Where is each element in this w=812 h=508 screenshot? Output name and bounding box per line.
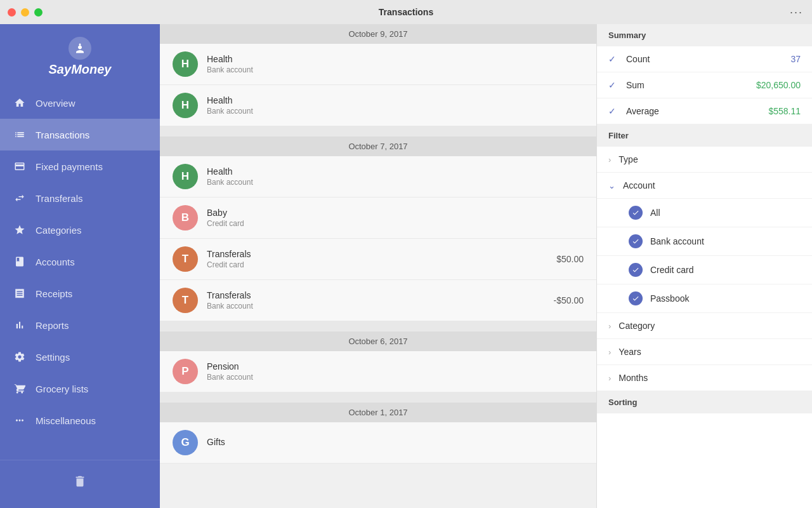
chevron-down-icon: ⌄ <box>608 181 615 190</box>
transaction-name: Health <box>207 166 584 177</box>
receipt-icon <box>13 286 27 300</box>
check-icon: ✓ <box>608 80 619 90</box>
sidebar-item-accounts[interactable]: Accounts <box>0 246 160 277</box>
sidebar-nav: Overview Transactions Fixed payments Tra… <box>0 87 160 460</box>
filter-type-row[interactable]: › Type <box>597 147 812 173</box>
account-label-bank: Bank account <box>650 236 704 246</box>
check-icon: ✓ <box>608 106 619 116</box>
transaction-account: Credit card <box>207 219 584 228</box>
date-group-oct6: October 6, 2017 P Pension Bank account <box>160 331 596 392</box>
group-spacer <box>160 321 596 331</box>
sidebar-item-overview[interactable]: Overview <box>0 87 160 119</box>
close-button[interactable] <box>8 8 16 17</box>
account-item-bank[interactable]: Bank account <box>597 227 812 256</box>
summary-avg-label: Average <box>626 106 761 116</box>
avatar: H <box>173 51 198 77</box>
transaction-details: Gifts <box>207 437 584 448</box>
transaction-item[interactable]: H Health Bank account <box>160 85 596 126</box>
transaction-item[interactable]: P Pension Bank account <box>160 351 596 392</box>
avatar: H <box>173 93 198 118</box>
avatar: P <box>173 359 198 384</box>
transaction-item[interactable]: T Transferals Credit card $50.00 <box>160 239 596 280</box>
filter-category-row[interactable]: › Category <box>597 313 812 339</box>
summary-count-value: 37 <box>790 54 801 64</box>
filter-account-row[interactable]: ⌄ Account <box>597 173 812 199</box>
account-label-all: All <box>650 208 660 218</box>
transaction-details: Health Bank account <box>207 54 584 74</box>
date-group-oct9: October 9, 2017 H Health Bank account H … <box>160 24 596 126</box>
summary-sum-value: $20,650.00 <box>756 80 801 90</box>
account-item-all[interactable]: All <box>597 199 812 227</box>
trash-area[interactable] <box>0 467 160 499</box>
cart-icon <box>13 382 27 396</box>
transaction-name: Transferals <box>207 249 547 259</box>
logo-text: SayMoney <box>49 62 112 77</box>
sidebar-label-transactions: Transactions <box>36 130 89 140</box>
chevron-right-icon: › <box>608 347 611 357</box>
summary-header: Summary <box>597 24 812 46</box>
titlebar: Transactions ··· <box>0 0 812 24</box>
maximize-button[interactable] <box>34 8 43 17</box>
book-icon <box>13 255 27 269</box>
account-item-passbook[interactable]: Passbook <box>597 284 812 313</box>
filter-years-row[interactable]: › Years <box>597 339 812 365</box>
sidebar-logo: SayMoney <box>0 24 160 87</box>
filter-months-label: Months <box>619 373 801 383</box>
home-icon <box>13 96 27 110</box>
chevron-right-icon: › <box>608 321 611 331</box>
date-header: October 6, 2017 <box>160 331 596 351</box>
transaction-details: Health Bank account <box>207 166 584 187</box>
transaction-account: Credit card <box>207 260 547 269</box>
more-icon <box>13 413 27 427</box>
sidebar-item-transferals[interactable]: Transferals <box>0 182 160 214</box>
transaction-account: Bank account <box>207 178 584 187</box>
avatar: B <box>173 205 198 231</box>
star-icon <box>13 223 27 237</box>
list-icon <box>13 128 27 142</box>
sidebar-item-transactions[interactable]: Transactions <box>0 119 160 150</box>
chevron-right-icon: › <box>608 155 611 164</box>
sidebar-item-reports[interactable]: Reports <box>0 309 160 341</box>
filter-months-row[interactable]: › Months <box>597 365 812 391</box>
sidebar-label-fixed-payments: Fixed payments <box>36 161 103 172</box>
sidebar-item-receipts[interactable]: Receipts <box>0 277 160 309</box>
credit-card-icon <box>13 159 27 173</box>
sidebar-bottom <box>0 460 160 508</box>
transaction-item[interactable]: H Health Bank account <box>160 156 596 197</box>
check-circle-bank <box>629 234 643 248</box>
transaction-item[interactable]: H Health Bank account <box>160 44 596 85</box>
sidebar-item-categories[interactable]: Categories <box>0 214 160 246</box>
sidebar-label-receipts: Receipts <box>36 288 72 299</box>
sidebar-item-fixed-payments[interactable]: Fixed payments <box>0 150 160 182</box>
account-item-credit[interactable]: Credit card <box>597 256 812 284</box>
sidebar-item-settings[interactable]: Settings <box>0 341 160 373</box>
sidebar-label-misc: Miscellaneous <box>36 415 96 426</box>
date-header: October 7, 2017 <box>160 137 596 156</box>
sidebar-item-misc[interactable]: Miscellaneous <box>0 404 160 436</box>
transaction-account: Bank account <box>207 373 584 382</box>
trash-icon[interactable] <box>73 474 87 491</box>
summary-row-avg: ✓ Average $558.11 <box>597 98 812 124</box>
minimize-button[interactable] <box>21 8 29 17</box>
filter-category-label: Category <box>619 321 801 331</box>
transaction-name: Baby <box>207 208 584 218</box>
transaction-item[interactable]: T Transferals Bank account -$50.00 <box>160 280 596 321</box>
content-area: October 9, 2017 H Health Bank account H … <box>160 24 812 508</box>
group-spacer <box>160 392 596 403</box>
more-button[interactable]: ··· <box>790 6 803 19</box>
check-icon: ✓ <box>608 54 619 64</box>
transaction-item[interactable]: G Gifts <box>160 422 596 464</box>
sidebar-label-transferals: Transferals <box>36 193 82 204</box>
transaction-item[interactable]: B Baby Credit card <box>160 197 596 239</box>
sidebar-label-grocery: Grocery lists <box>36 384 88 394</box>
check-circle-all <box>629 206 643 220</box>
transaction-account: Bank account <box>207 302 545 311</box>
transaction-details: Baby Credit card <box>207 208 584 228</box>
sidebar-item-grocery[interactable]: Grocery lists <box>0 373 160 404</box>
traffic-lights <box>8 8 43 17</box>
transaction-name: Pension <box>207 361 584 371</box>
transaction-account: Bank account <box>207 65 584 74</box>
window-title: Transactions <box>379 7 433 17</box>
filter-type-label: Type <box>619 154 801 164</box>
main-layout: SayMoney Overview Transactions Fixed pay <box>0 24 812 508</box>
